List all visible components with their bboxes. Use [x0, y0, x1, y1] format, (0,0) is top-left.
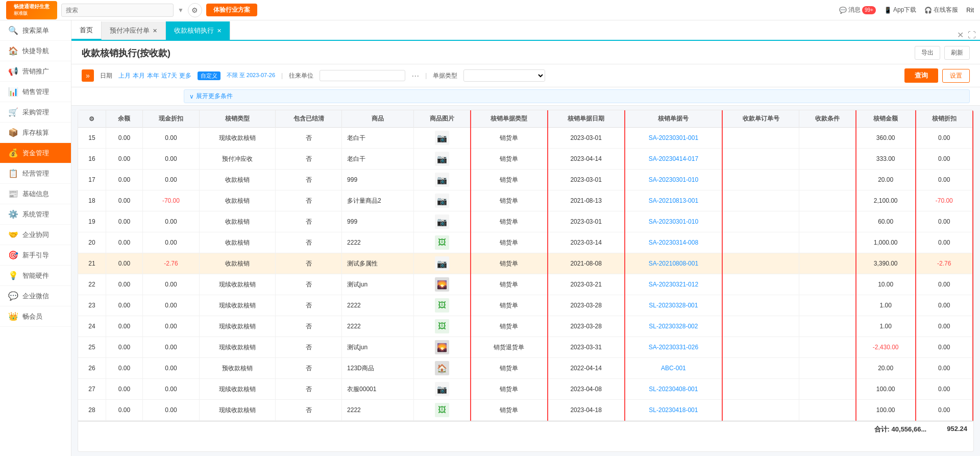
table-row: 19 0.00 0.00 收款核销 否 999 📷 销货单 2023-03-01…: [78, 211, 973, 232]
cell-cancel-amount: 20.00: [856, 170, 916, 190]
cell-cancel-type: 收款核销: [199, 190, 275, 211]
cell-cancel-type: 现续收款核销: [199, 128, 275, 149]
cell-cancel-bill-no[interactable]: SA-20210808-001: [625, 253, 723, 274]
date-this-month[interactable]: 本月: [133, 71, 145, 80]
settings-button[interactable]: 设置: [942, 69, 970, 83]
quick-nav-icon: 🏠: [8, 46, 18, 56]
cell-cancel-discount: -2.76: [916, 253, 973, 274]
sidebar-item-vip[interactable]: 👑畅会员: [0, 306, 71, 327]
cell-receipt-order-no: [722, 337, 799, 358]
cell-cancel-bill-type: 销货退货单: [471, 337, 548, 358]
sidebar-item-corp-wx[interactable]: 💬企业微信: [0, 286, 71, 306]
cell-balance: 0.00: [106, 400, 142, 421]
cell-cancel-bill-no[interactable]: SA-20230314-008: [625, 232, 723, 253]
cell-include-closed: 否: [276, 232, 342, 253]
cell-cancel-amount: 100.00: [856, 400, 916, 421]
cell-cash-discount: 0.00: [143, 337, 200, 358]
cell-cancel-bill-no[interactable]: SL-20230418-001: [625, 400, 723, 421]
sidebar-item-purchase-mgmt[interactable]: 🛒采购管理: [0, 102, 71, 123]
cell-cash-discount: 0.00: [143, 232, 200, 253]
cell-receipt-order-no: [722, 400, 799, 421]
cell-include-closed: 否: [276, 128, 342, 149]
cell-receipt-cond: [799, 358, 856, 379]
vip-label: 畅会员: [22, 312, 42, 321]
sidebar-item-quick-nav[interactable]: 🏠快捷导航: [0, 41, 71, 61]
date-last-month[interactable]: 上月: [118, 71, 131, 80]
sidebar-item-search-menu[interactable]: 🔍搜索菜单: [0, 20, 71, 41]
refresh-button[interactable]: 刷新: [944, 46, 970, 60]
cell-cancel-bill-date: 2023-03-28: [548, 316, 625, 337]
partner-input[interactable]: [320, 70, 405, 81]
tab-receipt-cancel-close-icon[interactable]: ✕: [217, 28, 222, 34]
partner-dots[interactable]: ···: [411, 70, 419, 81]
settings-gear-icon[interactable]: ⚙: [188, 3, 202, 17]
inventory-icon: 📦: [8, 128, 18, 137]
search-input[interactable]: [61, 4, 174, 17]
date-more[interactable]: 更多: [179, 71, 191, 80]
cell-cancel-bill-no[interactable]: SA-20230301-010: [625, 211, 723, 232]
cell-cancel-discount: 0.00: [916, 358, 973, 379]
date-7-days[interactable]: 近7天: [161, 71, 177, 80]
expand-icon: ∨: [189, 93, 194, 100]
cell-product: 老白干: [342, 128, 414, 149]
table-body: 15 0.00 0.00 现续收款核销 否 老白干 📷 销货单 2023-03-…: [78, 128, 973, 421]
query-button[interactable]: 查询: [904, 68, 938, 83]
online-service-btn[interactable]: 🎧 在线客服: [924, 6, 958, 14]
tab-expand-icon[interactable]: ⛶: [968, 31, 976, 40]
beginner-label: 新手引导: [22, 251, 49, 260]
tab-receipt-cancel[interactable]: 收款核销执行 ✕: [166, 21, 230, 40]
cell-cancel-bill-no[interactable]: SL-20230328-001: [625, 295, 723, 316]
sys-mgmt-icon: ⚙️: [8, 209, 18, 219]
tab-home[interactable]: 首页: [71, 21, 102, 40]
cell-cancel-bill-no[interactable]: SA-20230331-026: [625, 337, 723, 358]
cell-cancel-bill-no[interactable]: ABC-001: [625, 358, 723, 379]
tab-prepay[interactable]: 预付冲应付单 ✕: [102, 21, 166, 40]
cell-cancel-bill-no[interactable]: SA-20230301-010: [625, 170, 723, 190]
sidebar-item-corp-collab[interactable]: 🤝企业协同: [0, 225, 71, 245]
logo-text: 畅捷通谱好生意: [14, 3, 50, 10]
cell-cancel-bill-no[interactable]: SL-20230408-001: [625, 379, 723, 400]
page-title-row: 收款核销执行(按收款) 导出 刷新: [82, 46, 970, 64]
ops-mgmt-icon: 📋: [8, 169, 18, 178]
cell-receipt-cond: [799, 316, 856, 337]
basic-info-label: 基础信息: [22, 189, 49, 199]
sidebar-item-sys-mgmt[interactable]: ⚙️系统管理: [0, 204, 71, 225]
cell-cancel-bill-no[interactable]: SA-20210813-001: [625, 190, 723, 211]
sidebar-item-basic-info[interactable]: 📰基础信息: [0, 184, 71, 204]
beginner-icon: 🎯: [8, 250, 18, 260]
sidebar-item-ops-mgmt[interactable]: 📋经营管理: [0, 163, 71, 184]
cell-cancel-bill-no[interactable]: SA-20230321-012: [625, 274, 723, 295]
cell-cancel-bill-no[interactable]: SA-20230414-017: [625, 149, 723, 170]
cell-cancel-bill-no[interactable]: SL-20230328-002: [625, 316, 723, 337]
sidebar-item-marketing[interactable]: 📢营销推广: [0, 61, 71, 82]
industry-solution-button[interactable]: 体验行业方案: [206, 4, 257, 16]
th-settings[interactable]: ⚙: [78, 110, 106, 128]
date-this-year[interactable]: 本年: [147, 71, 159, 80]
sidebar-item-smart-hw[interactable]: 💡智能硬件: [0, 266, 71, 286]
user-name[interactable]: Rit: [966, 7, 974, 14]
sidebar-item-inventory[interactable]: 📦库存核算: [0, 123, 71, 143]
export-button[interactable]: 导出: [915, 46, 940, 60]
cell-cancel-bill-date: 2023-03-01: [548, 170, 625, 190]
dropdown-arrow-icon[interactable]: ▼: [178, 7, 184, 14]
service-icon: 🎧: [924, 7, 932, 14]
bill-type-select[interactable]: [463, 69, 545, 82]
tab-prepay-close-icon[interactable]: ✕: [153, 28, 157, 34]
cell-cancel-type: 现续收款核销: [199, 337, 275, 358]
filter-separator-2: |: [425, 72, 427, 79]
sidebar-item-finance-mgmt[interactable]: 💰资金管理: [0, 143, 71, 163]
app-download-btn[interactable]: 📱 App下载: [884, 6, 916, 14]
cell-cancel-bill-no[interactable]: SA-20230301-001: [625, 128, 723, 149]
message-btn[interactable]: 💬 消息 99+: [839, 6, 876, 14]
cell-include-closed: 否: [276, 400, 342, 421]
sidebar-item-beginner[interactable]: 🎯新手引导: [0, 245, 71, 266]
sidebar-item-sales-mgmt[interactable]: 📊销售管理: [0, 82, 71, 102]
custom-date-badge[interactable]: 自定义: [198, 71, 220, 80]
cell-receipt-order-no: [722, 316, 799, 337]
product-thumbnail: 📷: [435, 152, 449, 166]
tab-close-icon[interactable]: ✕: [957, 30, 964, 40]
cell-cancel-bill-type: 销货单: [471, 190, 548, 211]
filter-toggle-button[interactable]: »: [82, 69, 94, 82]
cell-cancel-discount: 0.00: [916, 295, 973, 316]
expand-more-button[interactable]: ∨ 展开更多条件: [184, 89, 970, 103]
